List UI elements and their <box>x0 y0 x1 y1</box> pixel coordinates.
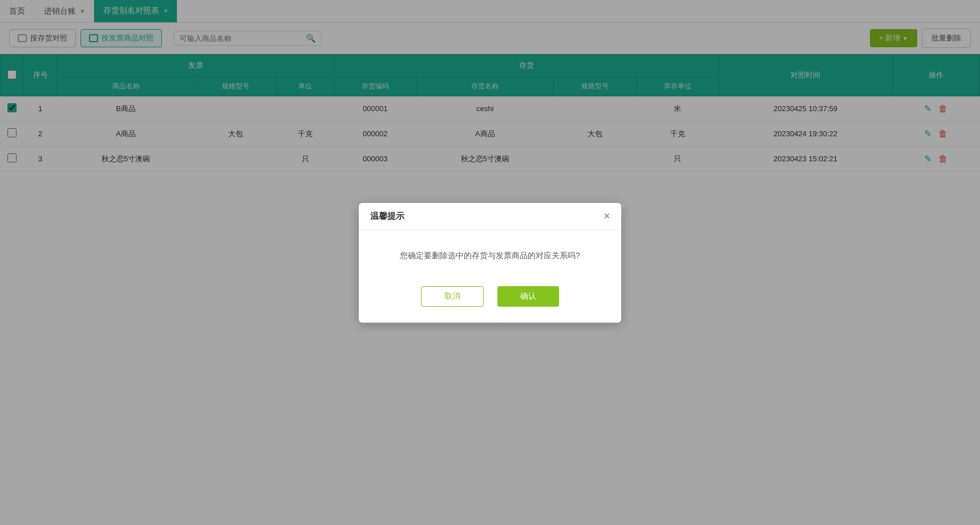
dialog-confirm-button[interactable]: 确认 <box>497 286 559 307</box>
modal-overlay: 温馨提示 × 您确定要删除选中的存货与发票商品的对应关系吗? 取消 确认 <box>0 0 980 525</box>
dialog-cancel-button[interactable]: 取消 <box>421 286 484 307</box>
dialog-close-button[interactable]: × <box>604 211 610 221</box>
dialog-header: 温馨提示 × <box>359 203 621 230</box>
dialog-body: 您确定要删除选中的存货与发票商品的对应关系吗? <box>359 230 621 277</box>
confirm-dialog: 温馨提示 × 您确定要删除选中的存货与发票商品的对应关系吗? 取消 确认 <box>359 203 621 323</box>
dialog-message: 您确定要删除选中的存货与发票商品的对应关系吗? <box>400 251 580 260</box>
dialog-footer: 取消 确认 <box>359 277 621 323</box>
dialog-title: 温馨提示 <box>370 211 404 222</box>
